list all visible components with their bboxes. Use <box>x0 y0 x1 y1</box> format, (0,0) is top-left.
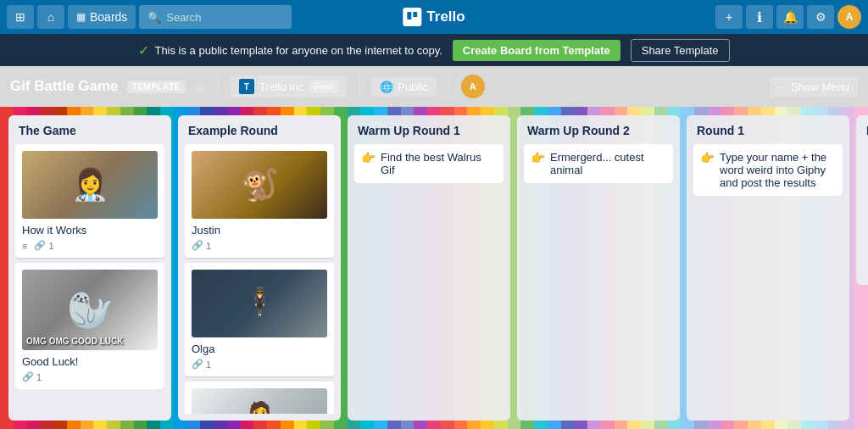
list-header-warm-up-1: Warm Up Round 1 <box>354 122 504 144</box>
user-avatar[interactable]: A <box>837 5 861 29</box>
list-cards-warm-up-1: 👉 Find the best Walrus Gif <box>354 144 504 183</box>
top-nav: ⊞ ⌂ ▦ Boards 🔍 Search Trello + ℹ 🔔 ⚙ <box>0 0 868 34</box>
card-title-good-luck: Good Luck! <box>22 355 158 368</box>
create-board-button[interactable]: Create Board from Template <box>453 40 620 61</box>
gear-button[interactable]: ⚙ <box>807 5 834 29</box>
plus-button[interactable]: + <box>715 5 743 29</box>
attachment-icon-group4: 🔗 1 <box>192 359 211 370</box>
card-title-round1: Type your name + the word weird into Gip… <box>720 151 836 189</box>
share-template-button[interactable]: Share Template <box>631 39 730 62</box>
list-round-1: Round 1 👉 Type your name + the word weir… <box>687 115 849 421</box>
attachment-icon3: 🔗 <box>192 240 203 251</box>
card-image-suit: 🕴 <box>192 270 327 337</box>
list-cards-example-round: 🐒 Justin 🔗 1 🕴 Olga <box>185 144 334 414</box>
card-image-walrus: 🦭 OMG OMG GOOD LUCK <box>22 270 158 350</box>
man-emoji: 🧑‍💼 <box>245 400 275 415</box>
card-image-monkey: 🐒 <box>192 151 327 219</box>
board-canvas: The Game 👩‍⚕️ How it Works ≡ 🔗 1 <box>0 107 868 429</box>
card-meta-good-luck: 🔗 1 <box>22 371 158 382</box>
card-round1-giphy[interactable]: 👉 Type your name + the word weird into G… <box>693 144 843 196</box>
logo-text: Trello <box>426 8 465 25</box>
bell-icon: 🔔 <box>783 10 798 24</box>
nav-right: + ℹ 🔔 ⚙ A <box>715 5 861 29</box>
svg-rect-1 <box>413 12 417 17</box>
card-walrus-gif[interactable]: 👉 Find the best Walrus Gif <box>354 144 504 183</box>
show-menu-button[interactable]: ··· Show Menu <box>770 77 859 97</box>
list-example-round: Example Round 🐒 Justin 🔗 1 <box>178 115 341 421</box>
free-badge: Free <box>309 80 339 93</box>
attachment-icon2: 🔗 <box>22 371 34 382</box>
card-how-it-works[interactable]: 👩‍⚕️ How it Works ≡ 🔗 1 <box>15 144 164 258</box>
divider2 <box>359 76 359 97</box>
list-the-game: The Game 👩‍⚕️ How it Works ≡ 🔗 1 <box>8 115 171 421</box>
banner-text-group: ✓ This is a public template for anyone o… <box>138 42 442 58</box>
attachment-count3: 1 <box>206 241 211 251</box>
divider <box>218 76 219 97</box>
template-banner: ✓ This is a public template for anyone o… <box>0 34 868 66</box>
workspace-badge[interactable]: T Trello Inc Free <box>231 75 348 98</box>
home-button[interactable]: ⌂ <box>37 5 64 29</box>
list-header-round-1: Round 1 <box>693 122 843 144</box>
boards-label: Boards <box>90 10 127 24</box>
card-justin[interactable]: 🐒 Justin 🔗 1 <box>185 144 334 258</box>
template-badge: TEMPLATE <box>127 81 186 93</box>
search-icon: 🔍 <box>147 11 161 24</box>
attachment-count2: 1 <box>36 372 42 382</box>
list-warm-up-round-1: Warm Up Round 1 👉 Find the best Walrus G… <box>348 115 510 421</box>
card-title-walrus: Find the best Walrus Gif <box>381 151 497 176</box>
card-image-nurse: 👩‍⚕️ <box>22 151 158 219</box>
list-header-partial: Ro... <box>863 122 868 144</box>
card-good-luck[interactable]: 🦭 OMG OMG GOOD LUCK Good Luck! 🔗 1 <box>15 263 164 389</box>
list-header-example-round: Example Round <box>185 122 334 144</box>
search-bar[interactable]: 🔍 Search <box>139 5 292 29</box>
board-header: Gif Battle Game TEMPLATE ☆ T Trello Inc … <box>0 66 868 107</box>
trello-logo-icon <box>403 8 421 26</box>
attachment-icon: 🔗 <box>34 240 46 251</box>
search-placeholder: Search <box>166 11 201 24</box>
card-third[interactable]: 🧑‍💼 <box>185 382 334 414</box>
star-icon: ☆ <box>194 80 206 94</box>
attachment-count: 1 <box>48 241 53 251</box>
banner-text: This is a public template for anyone on … <box>154 44 442 57</box>
list-header-the-game: The Game <box>15 122 164 144</box>
grid-button[interactable]: ⊞ <box>7 5 34 29</box>
description-icon: ≡ <box>22 241 27 251</box>
card-pointer-animal: 👉 Ermergerd... cutest animal <box>531 151 666 176</box>
card-meta-how-it-works: ≡ 🔗 1 <box>22 240 158 251</box>
board-member-avatar[interactable]: A <box>461 75 485 98</box>
svg-rect-0 <box>407 12 411 20</box>
card-cutest-animal[interactable]: 👉 Ermergerd... cutest animal <box>524 144 673 183</box>
suit-emoji: 🕴 <box>241 286 279 321</box>
globe-icon: 🌐 <box>380 81 393 93</box>
card-title-olga: Olga <box>192 343 327 355</box>
list-partial-right: Ro... <box>856 115 868 285</box>
check-icon: ✓ <box>138 42 149 58</box>
lists-container: The Game 👩‍⚕️ How it Works ≡ 🔗 1 <box>0 107 868 429</box>
card-image-man: 🧑‍💼 <box>192 388 327 414</box>
home-icon: ⌂ <box>47 10 54 24</box>
attachment-icon-group3: 🔗 1 <box>192 240 211 251</box>
gear-icon: ⚙ <box>815 10 826 24</box>
visibility-badge[interactable]: 🌐 Public <box>371 77 436 97</box>
visibility-label: Public <box>398 81 427 93</box>
card-meta-olga: 🔗 1 <box>192 359 327 370</box>
pointer-emoji-animal: 👉 <box>531 151 545 164</box>
plus-icon: + <box>726 10 732 24</box>
boards-icon: ▦ <box>76 11 86 23</box>
boards-button[interactable]: ▦ Boards <box>68 5 136 29</box>
bell-button[interactable]: 🔔 <box>776 5 804 29</box>
card-olga[interactable]: 🕴 Olga 🔗 1 <box>185 263 334 376</box>
card-pointer-round1: 👉 Type your name + the word weird into G… <box>700 151 836 189</box>
walrus-emoji: 🦭 <box>67 288 114 332</box>
description-icon-group: ≡ <box>22 241 27 251</box>
attachment-icon-group: 🔗 1 <box>34 240 53 251</box>
board-title: Gif Battle Game <box>10 78 119 95</box>
divider3 <box>448 76 449 97</box>
show-menu-icon: ··· <box>778 81 787 93</box>
info-button[interactable]: ℹ <box>746 5 773 29</box>
pointer-emoji-walrus: 👉 <box>361 151 376 164</box>
card-title-justin: Justin <box>192 224 327 237</box>
workspace-name: Trello Inc <box>259 81 304 93</box>
star-button[interactable]: ☆ <box>194 79 206 95</box>
workspace-icon: T <box>239 79 254 94</box>
